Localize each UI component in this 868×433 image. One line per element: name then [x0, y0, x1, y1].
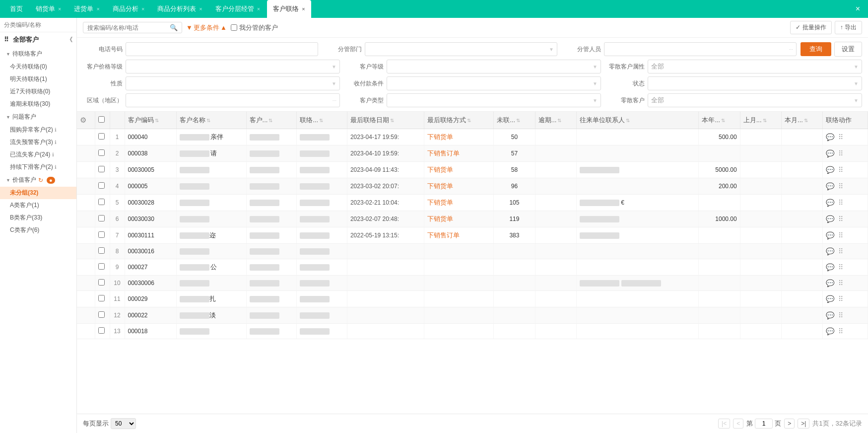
th-last-date[interactable]: 最后联络日期 ⇅ [347, 112, 424, 129]
search-input[interactable] [87, 24, 168, 31]
sidebar-item-ungrouped[interactable]: 未分组(32) [0, 187, 76, 199]
last-method-link[interactable]: 下销售订单 [427, 231, 460, 239]
row-checkbox[interactable] [98, 182, 105, 189]
sidebar-item-lost[interactable]: 已流失客户(24) ℹ [0, 148, 76, 161]
last-method-link[interactable]: 下销货单 [427, 133, 453, 141]
last-page-btn[interactable]: >| [798, 419, 809, 429]
refresh-icon[interactable]: ↻ [38, 177, 43, 184]
last-method-link[interactable]: 下销货单 [427, 199, 453, 206]
close-tab-sales[interactable]: × [58, 6, 61, 12]
sidebar-item-today[interactable]: 今天待联络(0) [0, 61, 76, 73]
contact-icon[interactable]: 💬 [826, 133, 834, 141]
contact-icon[interactable]: 💬 [826, 199, 834, 207]
last-method-link[interactable]: 下销货单 [427, 182, 453, 190]
payment-select[interactable]: ▼ [387, 76, 601, 90]
batch-btn[interactable]: ✓ 批量操作 [790, 21, 831, 34]
sidebar-item-c-class[interactable]: C类客户(6) [0, 224, 76, 236]
phone-input[interactable] [126, 42, 318, 56]
group-pending-contact[interactable]: 待联络客户 [0, 47, 76, 61]
contact-icon[interactable]: 💬 [826, 166, 834, 174]
contact-icon[interactable]: 💬 [826, 231, 834, 239]
row-checkbox[interactable] [98, 295, 105, 301]
th-overdue[interactable]: 逾期... ⇅ [535, 112, 576, 129]
sidebar-item-7days[interactable]: 近7天待联络(0) [0, 85, 76, 98]
row-checkbox[interactable] [98, 311, 105, 318]
th-name[interactable]: 客户名称 ⇅ [176, 112, 246, 129]
th-last-method[interactable]: 最后联络方式 ⇅ [424, 112, 494, 129]
more-action-icon[interactable]: ⠿ [838, 199, 843, 207]
window-close-icon[interactable]: × [852, 4, 864, 13]
next-page-btn[interactable]: > [784, 419, 795, 429]
last-method-link[interactable]: 下销货单 [427, 166, 453, 173]
sidebar-item-abnormal[interactable]: 囤购异常客户(2) ℹ [0, 124, 76, 136]
page-input[interactable] [755, 419, 773, 429]
tab-customer-tier[interactable]: 客户分层经管 × [209, 0, 266, 18]
query-btn[interactable]: 查询 [801, 42, 831, 56]
group-problem-customers[interactable]: 问题客户 [0, 110, 76, 124]
price-level-select[interactable]: ▼ [126, 60, 340, 73]
contact-icon[interactable]: 💬 [826, 149, 834, 157]
prev-page-btn[interactable]: < [733, 419, 743, 429]
retail-select[interactable]: 全部 ▼ [648, 93, 862, 107]
row-checkbox[interactable] [98, 279, 105, 286]
last-method-link[interactable]: 下销货单 [427, 215, 453, 222]
th-last-month[interactable]: 上月... ⇅ [740, 112, 781, 129]
th-unit-contact[interactable]: 往来单位联系人 ⇅ [576, 112, 698, 129]
contact-icon[interactable]: 💬 [826, 247, 834, 255]
export-btn[interactable]: ↑ 导出 [835, 21, 862, 34]
sidebar-item-churn-warning[interactable]: 流失预警客户(3) ℹ [0, 136, 76, 148]
retail-attr-select[interactable]: 全部 ▼ [648, 60, 862, 73]
contact-icon[interactable]: 💬 [826, 311, 834, 319]
more-action-icon[interactable]: ⠿ [838, 311, 843, 319]
close-tab-customer-contact[interactable]: × [302, 6, 305, 12]
tab-customer-contact[interactable]: 客户联络 × [267, 0, 311, 18]
region-select[interactable]: ··· [126, 93, 340, 107]
sidebar-item-tomorrow[interactable]: 明天待联络(1) [0, 73, 76, 85]
more-conditions-btn[interactable]: ▼ 更多条件 ▲ [186, 23, 227, 32]
close-tab-customer-tier[interactable]: × [257, 6, 260, 12]
row-checkbox[interactable] [98, 231, 105, 238]
more-action-icon[interactable]: ⠿ [838, 166, 843, 174]
close-tab-purchase[interactable]: × [96, 6, 99, 12]
more-action-icon[interactable]: ⠿ [838, 149, 843, 157]
contact-icon[interactable]: 💬 [826, 279, 834, 287]
sidebar-item-overdue[interactable]: 逾期未联络(30) [0, 98, 76, 110]
more-action-icon[interactable]: ⠿ [838, 279, 843, 287]
contact-icon[interactable]: 💬 [826, 295, 834, 303]
th-no-contact[interactable]: 未联... ⇅ [494, 112, 535, 129]
sidebar-item-declining[interactable]: 持续下滑客户(2) ℹ [0, 161, 76, 173]
first-page-btn[interactable]: |< [718, 419, 730, 429]
sidebar-collapse-btn[interactable]: 《 [67, 36, 72, 44]
more-action-icon[interactable]: ⠿ [838, 182, 843, 190]
contact-icon[interactable]: 💬 [826, 182, 834, 190]
tab-goods-list[interactable]: 商品分析列表 × [151, 0, 208, 18]
close-tab-goods-list[interactable]: × [199, 6, 202, 12]
dept-select[interactable]: ▼ [365, 42, 557, 56]
row-checkbox[interactable] [98, 199, 105, 205]
my-customers-check[interactable] [231, 24, 237, 31]
cust-level-select[interactable]: ▼ [387, 60, 601, 73]
sidebar-item-a-class[interactable]: A类客户(1) [0, 199, 76, 212]
more-action-icon[interactable]: ⠿ [838, 231, 843, 239]
more-action-icon[interactable]: ⠿ [838, 295, 843, 303]
th-this-month[interactable]: 本月... ⇅ [782, 112, 823, 129]
row-checkbox[interactable] [98, 247, 105, 254]
th-contact[interactable]: 联络... ⇅ [297, 112, 347, 129]
row-checkbox[interactable] [98, 166, 105, 172]
group-value-customers[interactable]: 价值客户 ↻ ● [0, 173, 76, 187]
contact-icon[interactable]: 💬 [826, 327, 834, 335]
more-action-icon[interactable]: ⠿ [838, 133, 843, 141]
row-checkbox[interactable] [98, 263, 105, 270]
sidebar-item-b-class[interactable]: B类客户(33) [0, 212, 76, 224]
th-type[interactable]: 客户... ⇅ [246, 112, 297, 129]
all-customers-header[interactable]: ⠿ 全部客户 《 [0, 32, 76, 47]
row-checkbox[interactable] [98, 149, 105, 156]
cust-type-select[interactable]: ▼ [387, 93, 601, 107]
contact-icon[interactable]: 💬 [826, 263, 834, 271]
search-icon[interactable]: 🔍 [170, 24, 178, 31]
page-size-select[interactable]: 50 10 20 100 [111, 418, 136, 429]
status-select[interactable]: ▼ [648, 76, 862, 90]
tab-goods-analysis[interactable]: 商品分析 × [107, 0, 150, 18]
close-tab-goods-analysis[interactable]: × [141, 6, 144, 12]
tab-home[interactable]: 首页 [4, 0, 29, 18]
